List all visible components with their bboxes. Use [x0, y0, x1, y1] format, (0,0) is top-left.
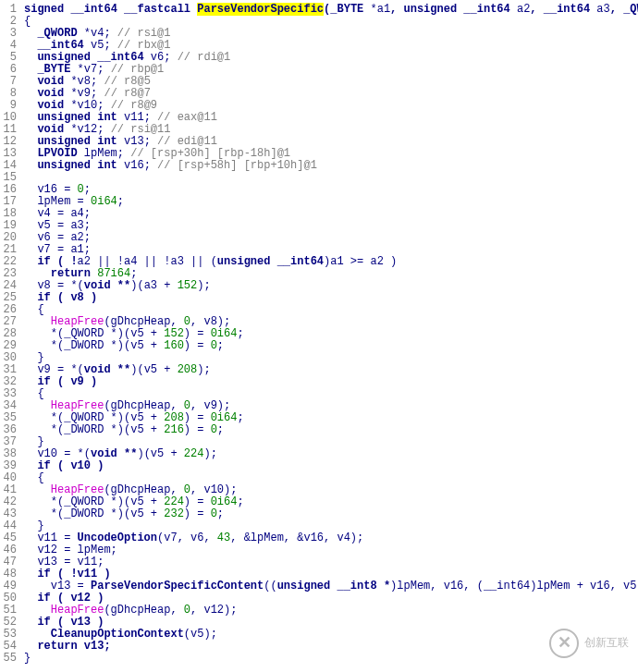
code-line: v13 = v11;: [24, 556, 638, 568]
code-line: signed __int64 __fastcall ParseVendorSpe…: [24, 4, 638, 16]
code-line: *(_DWORD *)(v5 + 160) = 0;: [24, 340, 638, 352]
code-line: lpMem = 0i64;: [24, 196, 638, 208]
code-line: if ( v9 ): [24, 376, 638, 388]
code-line: v13 = ParseVendorSpecificContent((unsign…: [24, 580, 638, 593]
code-line: [24, 172, 638, 184]
code-line: if ( v8 ): [24, 292, 638, 304]
code-line: v8 = *(void **)(a3 + 152);: [24, 280, 638, 292]
watermark-logo-icon: ✕: [549, 629, 579, 658]
code-line: if ( v10 ): [24, 460, 638, 472]
code-viewer: 1 2 3 4 5 6 7 8 9 10 11 12 13 14 15 16 1…: [0, 0, 638, 668]
code-line: v10 = *(void **)(v5 + 224);: [24, 448, 638, 460]
code-line: *(_DWORD *)(v5 + 232) = 0;: [24, 508, 638, 520]
highlighted-fn: ParseVendorSpecific: [197, 3, 324, 16]
watermark-right: ✕ 创新互联: [549, 629, 629, 658]
ln: 55: [0, 653, 17, 665]
code-line: v5 = a3;: [24, 220, 638, 232]
code-line: return v13;: [24, 641, 638, 653]
code-line: v6 = a2;: [24, 232, 638, 244]
code-line: v12 = lpMem;: [24, 544, 638, 556]
code-line: unsigned int v16; // [rsp+58h] [rbp+10h]…: [24, 160, 638, 172]
code-lines: signed __int64 __fastcall ParseVendorSpe…: [24, 4, 638, 665]
code-line: HeapFree(gDhcpHeap, 0, v12);: [24, 605, 638, 617]
code-line: v4 = a4;: [24, 208, 638, 220]
code-line: CleanupOptionContext(v5);: [24, 629, 638, 641]
code-line: *(_DWORD *)(v5 + 216) = 0;: [24, 424, 638, 436]
line-gutter: 1 2 3 4 5 6 7 8 9 10 11 12 13 14 15 16 1…: [0, 4, 24, 665]
code-line: }: [24, 653, 638, 665]
code-line: v9 = *(void **)(v5 + 208);: [24, 364, 638, 376]
